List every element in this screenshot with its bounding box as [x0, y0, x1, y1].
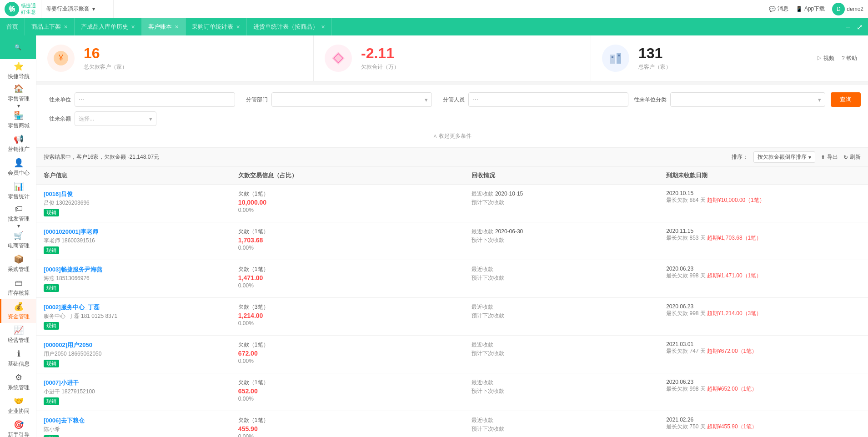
overdue-link-1[interactable]: 超期¥10,000.00（1笔）: [707, 197, 765, 203]
tab-production[interactable]: 产成品入库单历史 ✕: [75, 18, 142, 35]
sidebar-item-member[interactable]: 👤 会员中心: [0, 156, 36, 179]
sidebar-item-batch-mgmt[interactable]: 🏷 批发管理 ▾: [0, 205, 36, 228]
sidebar-item-inventory[interactable]: 🗃 库存核算: [0, 276, 36, 299]
sidebar-item-purchase[interactable]: 📦 采购管理: [0, 252, 36, 276]
quick-nav-icon: ⭐: [14, 61, 24, 71]
sidebar-item-quick-nav[interactable]: ⭐ 快捷导航: [0, 59, 36, 83]
filter-source-unit-input[interactable]: ···: [75, 92, 235, 107]
message-label: 消息: [778, 5, 788, 13]
customer-name-3[interactable]: [0003]畅捷服务尹海燕: [44, 266, 102, 273]
sidebar-item-basic-info[interactable]: ℹ 基础信息: [0, 347, 36, 370]
customer-name-6[interactable]: [0007]小进干: [44, 379, 79, 386]
debt-cell-5: 欠款（1笔） 672.00 0.00%: [238, 341, 472, 364]
system-label: 系统管理: [8, 384, 30, 392]
overdue-link-7[interactable]: 超期¥455.90（1笔）: [707, 423, 757, 430]
tab-minimize-icon[interactable]: –: [844, 22, 852, 32]
filter-manager-input[interactable]: ···: [468, 92, 629, 107]
overdue-days-2: 最长欠款 853 天: [666, 235, 707, 241]
customer-tag-2: 现销: [44, 246, 59, 254]
tab-maximize-icon[interactable]: ⤢: [855, 22, 864, 32]
help-btn[interactable]: ? 帮助: [842, 55, 857, 62]
customer-name-4[interactable]: [0002]服务中心_丁磊: [44, 304, 100, 311]
tab-customer-close[interactable]: ✕: [175, 24, 179, 30]
batch-mgmt-icon: 🏷: [15, 204, 23, 214]
sidebar-item-marketing[interactable]: 📢 营销推广: [0, 132, 36, 156]
debt-cell-7: 欠款（1笔） 455.90 0.00%: [238, 417, 472, 437]
debt-amount-4[interactable]: 1,214.00: [238, 312, 472, 319]
user-avatar-btn[interactable]: D demo2: [832, 3, 863, 15]
overdue-link-4[interactable]: 超期¥1,214.00（3笔）: [707, 310, 762, 316]
recovery-cell-2: 最近收款 2020-06-30 预计下次收款: [472, 228, 666, 244]
recovery-next-4: 预计下次收款: [472, 312, 666, 320]
debt-count-6: 欠款（1笔）: [238, 379, 472, 387]
collapse-text: ∧ 收起更多条件: [433, 133, 472, 139]
tab-purchase-close[interactable]: ✕: [236, 24, 240, 30]
query-button[interactable]: 查询: [831, 92, 861, 107]
sidebar-item-enterprise[interactable]: 🤝 企业协同: [0, 394, 36, 417]
recovery-cell-1: 最近收款 2020-10-15 预计下次收款: [472, 190, 666, 206]
tab-goods-close[interactable]: ✕: [321, 24, 325, 30]
message-btn[interactable]: 💬 消息: [769, 5, 788, 13]
tab-products[interactable]: 商品上下架 ✕: [25, 18, 75, 35]
sidebar-item-guide[interactable]: 🎯 新手引导: [0, 417, 36, 437]
sidebar-item-operations[interactable]: 📈 经营管理: [0, 323, 36, 347]
search-menu-btn[interactable]: 🔍: [0, 35, 36, 59]
refresh-button[interactable]: ↻ 刷新: [843, 153, 861, 161]
sort-label: 排序：: [732, 153, 748, 161]
ecommerce-label: 电商管理: [8, 242, 30, 250]
sidebar-item-retail-mgmt[interactable]: 🏠 零售管理 ▾: [0, 85, 36, 108]
filter-balance-select[interactable]: 选择... ▾: [75, 111, 156, 126]
sidebar-item-system[interactable]: ⚙ 系统管理: [0, 370, 36, 394]
debt-amount-6[interactable]: 652.00: [238, 387, 472, 395]
customer-name-5[interactable]: [000002]用户2050: [44, 342, 92, 348]
tab-production-close[interactable]: ✕: [131, 24, 135, 30]
debt-amount-5[interactable]: 672.00: [238, 350, 472, 357]
sidebar-item-retail-stats[interactable]: 📊 零售统计: [0, 179, 36, 203]
system-icon: ⚙: [15, 372, 22, 382]
customer-tag-5: 现销: [44, 360, 59, 367]
app-download-btn[interactable]: 📱 App下载: [796, 5, 825, 13]
overdue-link-5[interactable]: 超期¥672.00（1笔）: [707, 348, 757, 354]
tab-goods-stats[interactable]: 进货单统计表（按商品） ✕: [247, 18, 332, 35]
filter-dept-select[interactable]: ▾: [271, 92, 432, 107]
customer-cell-1: [0016]吕俊 吕俊 13026203696 现销: [44, 190, 238, 216]
tab-home[interactable]: 首页: [0, 18, 25, 35]
sidebar-item-finance[interactable]: 💰 资金管理: [0, 299, 36, 323]
sidebar-item-retail-store[interactable]: 🏪 零售商城: [0, 108, 36, 132]
recovery-label-3: 最近收款: [472, 266, 493, 272]
sidebar-item-ecommerce[interactable]: 🛒 电商管理: [0, 228, 36, 252]
overdue-link-6[interactable]: 超期¥652.00（1笔）: [707, 386, 757, 392]
tab-products-close[interactable]: ✕: [64, 24, 68, 30]
video-btn[interactable]: ▷ 视频: [817, 55, 834, 62]
overdue-link-3[interactable]: 超期¥1,471.00（1笔）: [707, 272, 762, 279]
customer-tag-6: 现销: [44, 397, 59, 405]
retail-mgmt-label: 零售管理: [8, 95, 30, 103]
debt-amount-1[interactable]: 10,000.00: [238, 199, 472, 206]
stat-info-2: -2.11 欠款合计（万）: [361, 46, 399, 71]
debt-amount-2[interactable]: 1,703.68: [238, 236, 472, 244]
svg-text:¥: ¥: [58, 53, 64, 62]
tab-customer-ledger[interactable]: 客户账本 ✕: [142, 18, 186, 35]
app-download-label: App下载: [804, 5, 825, 13]
table-header: 客户信息 欠款交易信息（占比） 回收情况 到期未收款日期: [36, 166, 868, 185]
export-button[interactable]: ⬆ 导出: [821, 153, 838, 161]
debt-amount-3[interactable]: 1,471.00: [238, 274, 472, 281]
collapse-btn[interactable]: ∧ 收起更多条件: [44, 131, 861, 144]
tab-purchase-label: 采购订单统计表: [192, 23, 233, 31]
customer-name-2[interactable]: [0001020001]李老师: [44, 228, 98, 235]
message-icon: 💬: [769, 6, 776, 12]
tab-purchase[interactable]: 采购订单统计表 ✕: [186, 18, 247, 35]
content-area: ¥ 16 总欠款客户（家） -2.11 欠款合计（万）: [36, 35, 868, 437]
store-selector[interactable]: 母婴行业演示账套 ▾: [41, 0, 114, 18]
quick-nav-label: 快捷导航: [8, 73, 30, 80]
sort-button[interactable]: 按欠款金额倒序排序 ▾: [753, 151, 815, 163]
col-header-overdue: 到期未收款日期: [666, 171, 861, 180]
customer-phone-6: 小进干 18279152100: [44, 388, 238, 396]
filter-category-select[interactable]: ▾: [670, 92, 825, 107]
tab-products-label: 商品上下架: [31, 23, 61, 31]
overdue-cell-5: 2021.03.01 最长欠款 747 天 超期¥672.00（1笔）: [666, 341, 861, 355]
customer-name-1[interactable]: [0016]吕俊: [44, 191, 73, 197]
customer-name-7[interactable]: [0006]去下粮仓: [44, 417, 85, 424]
overdue-link-2[interactable]: 超期¥1,703.68（1笔）: [707, 235, 762, 241]
debt-amount-7[interactable]: 455.90: [238, 425, 472, 432]
